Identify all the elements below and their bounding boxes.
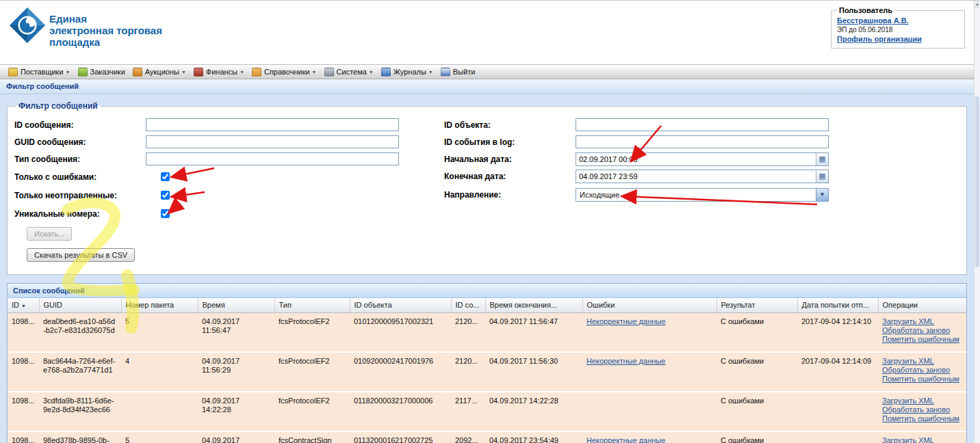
error-link[interactable]: Некорректные данные bbox=[586, 436, 665, 443]
object-id-label: ID объекта: bbox=[444, 120, 576, 130]
cell-object_id: 0101200009517002321 bbox=[350, 312, 451, 352]
messages-panel: Список сообщений ID▼ GUID Номер пакета В… bbox=[7, 283, 967, 443]
table-row: 1098...dea0bed6-ea10-a56d-b2c7-e831d3260… bbox=[8, 312, 967, 352]
cell-id: 1098... bbox=[8, 352, 39, 392]
cell-ops: Загрузить XMLОбработать зановоПометить о… bbox=[878, 352, 967, 392]
cell-object_id: 0109200002417001976 bbox=[350, 352, 451, 392]
cell-type: fcsProtocolEF2 bbox=[274, 392, 350, 431]
menu-item-auctions[interactable]: Аукционы ▼ bbox=[130, 65, 191, 79]
cell-guid: 98ed378b-9895-0b-7... bbox=[39, 431, 121, 443]
sort-desc-icon: ▼ bbox=[21, 304, 26, 308]
cell-result: С ошибками bbox=[717, 431, 797, 443]
operation-link[interactable]: Обработать заново bbox=[882, 405, 963, 414]
operation-link[interactable]: Обработать заново bbox=[882, 366, 963, 375]
cell-packet bbox=[121, 392, 198, 431]
menu-item-exit[interactable]: Выйти bbox=[438, 65, 480, 79]
cell-time: 04.09.2017 14:22:28 bbox=[198, 392, 274, 431]
unsent-only-checkbox[interactable] bbox=[161, 191, 170, 200]
col-header-operations[interactable]: Операции bbox=[878, 298, 967, 312]
chevron-down-icon: ▼ bbox=[240, 70, 244, 75]
operation-link[interactable]: Пометить ошибочным bbox=[882, 375, 963, 384]
cell-type: fcsProtocolEF2 bbox=[274, 352, 350, 392]
page-title: Фильтр сообщений bbox=[0, 79, 980, 94]
operation-link[interactable]: Обработать заново bbox=[882, 326, 963, 335]
errors-only-label: Только с ошибками: bbox=[14, 172, 146, 182]
message-type-label: Тип сообщения: bbox=[14, 155, 146, 164]
etp-page: Единая электронная торговая площадка Пол… bbox=[0, 0, 980, 443]
cell-ops: Загрузить XMLОбработать зановоПометить о… bbox=[878, 312, 967, 352]
menu-item-directories[interactable]: Справочники ▼ bbox=[249, 65, 322, 79]
log-event-id-input[interactable] bbox=[576, 135, 829, 148]
col-header-packet[interactable]: Номер пакета bbox=[121, 298, 198, 312]
download-csv-button[interactable]: Скачать результаты в CSV bbox=[27, 248, 135, 262]
col-header-object-id[interactable]: ID объекта bbox=[350, 298, 451, 312]
col-header-guid[interactable]: GUID bbox=[39, 298, 121, 312]
cell-object_id: 0113200016217002725 bbox=[350, 431, 451, 443]
search-button[interactable]: Искать... bbox=[27, 227, 72, 241]
auctions-icon bbox=[133, 68, 142, 77]
direction-label: Направление: bbox=[444, 190, 576, 200]
scrollbar-thumb[interactable] bbox=[975, 96, 979, 267]
etp-logo-icon bbox=[8, 6, 47, 46]
operation-link[interactable]: Пометить ошибочным bbox=[882, 414, 963, 423]
col-header-time[interactable]: Время bbox=[198, 298, 274, 312]
cell-end_time: 04.09.2017 23:54:49 bbox=[485, 431, 582, 443]
menu-item-label: Поставщики bbox=[21, 68, 64, 76]
cell-id_co: 2120... bbox=[451, 312, 485, 352]
direction-value: Исходящие bbox=[580, 191, 619, 199]
cell-id_co: 2092... bbox=[451, 431, 485, 443]
menu-item-system[interactable]: Система ▼ bbox=[322, 65, 378, 79]
chevron-down-icon: ▼ bbox=[428, 70, 433, 75]
end-date-label: Конечная дата: bbox=[444, 172, 576, 181]
col-header-errors[interactable]: Ошибки bbox=[582, 298, 717, 312]
cell-end_time: 04.09.2017 11:56:30 bbox=[485, 352, 582, 392]
direction-select[interactable]: Исходящие ▼ bbox=[576, 188, 829, 202]
user-name-link[interactable]: Бесстрашнова А.В. bbox=[837, 16, 959, 25]
col-header-end-time[interactable]: Время окончания... bbox=[485, 298, 582, 312]
operation-link[interactable]: Загрузить XML bbox=[882, 436, 963, 443]
col-header-type[interactable]: Тип bbox=[274, 298, 350, 312]
cell-result: С ошибками bbox=[717, 352, 797, 392]
message-type-input[interactable] bbox=[146, 152, 399, 165]
scroll-up-icon[interactable]: ▲ bbox=[975, 1, 980, 8]
menu-item-finances[interactable]: Финансы ▼ bbox=[191, 65, 249, 79]
errors-only-checkbox[interactable] bbox=[161, 172, 170, 181]
org-profile-link[interactable]: Профиль организации bbox=[837, 34, 959, 44]
unique-numbers-checkbox[interactable] bbox=[161, 209, 170, 218]
messages-panel-title: Список сообщений bbox=[8, 284, 966, 298]
filter-panel: Фильтр сообщений ID сообщения: GUID сооб… bbox=[7, 101, 967, 275]
cell-time: 04.09.2017 11:56:47 bbox=[198, 312, 274, 352]
calendar-icon[interactable]: ▦ bbox=[816, 153, 828, 165]
cell-guid: 3cdfda9b-8111-6d6e-9e2d-8d34f423ec66 bbox=[39, 392, 121, 431]
object-id-input[interactable] bbox=[576, 118, 829, 131]
col-header-result[interactable]: Результат bbox=[717, 298, 797, 312]
chevron-down-icon: ▼ bbox=[369, 70, 374, 75]
journals-icon bbox=[381, 68, 391, 77]
start-date-input[interactable] bbox=[576, 152, 829, 166]
col-header-attempt-date[interactable]: Дата попытки отп... bbox=[797, 298, 878, 312]
menu-item-journals[interactable]: Журналы ▼ bbox=[378, 65, 438, 79]
cell-errors: Некорректные данные bbox=[582, 352, 717, 392]
operation-link[interactable]: Пометить ошибочным bbox=[882, 335, 963, 344]
cell-errors: Некорректные данные bbox=[582, 312, 717, 352]
cell-guid: 8ac9644a-7264-e6ef-e768-a2b2a77471d1 bbox=[39, 352, 121, 392]
main-menu: Поставщики ▼ Заказчики Аукционы ▼ Финанс… bbox=[0, 64, 980, 79]
finances-icon bbox=[194, 68, 203, 77]
operation-link[interactable]: Загрузить XML bbox=[882, 397, 963, 405]
error-link[interactable]: Некорректные данные bbox=[586, 357, 665, 365]
message-guid-input[interactable] bbox=[146, 135, 399, 148]
customers-icon bbox=[78, 68, 88, 77]
menu-item-suppliers[interactable]: Поставщики ▼ bbox=[5, 65, 75, 79]
end-date-input[interactable] bbox=[576, 170, 829, 183]
calendar-icon[interactable]: ▦ bbox=[816, 170, 828, 183]
col-header-id-co[interactable]: ID со... bbox=[451, 298, 485, 312]
message-id-input[interactable] bbox=[146, 118, 399, 131]
operation-link[interactable]: Загрузить XML bbox=[882, 357, 963, 366]
error-link[interactable]: Некорректные данные bbox=[586, 317, 665, 325]
col-header-id[interactable]: ID▼ bbox=[8, 298, 39, 312]
vertical-scrollbar[interactable]: ▲ bbox=[974, 1, 980, 443]
content-area: Фильтр сообщений ID сообщения: GUID сооб… bbox=[0, 94, 974, 443]
certificate-info: ЭП до 05.06.2018 bbox=[837, 25, 959, 34]
operation-link[interactable]: Загрузить XML bbox=[882, 317, 963, 326]
menu-item-customers[interactable]: Заказчики bbox=[75, 65, 130, 79]
